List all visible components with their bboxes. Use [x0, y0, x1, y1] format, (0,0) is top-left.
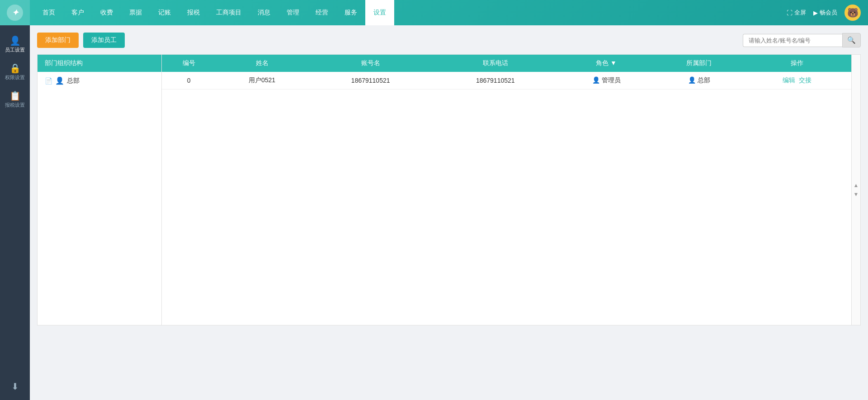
cell-phone: 18679110521: [433, 72, 558, 89]
logo: ✦: [0, 0, 30, 25]
add-employee-button[interactable]: 添加员工: [83, 33, 125, 48]
sidebar-item-tax[interactable]: 📋 报税设置: [0, 85, 30, 113]
main-layout: 👤 员工设置 🔒 权限设置 📋 报税设置 ⬇ 添加部门 添加员工 🔍: [0, 25, 868, 400]
col-role: 角色 ▼: [558, 55, 655, 72]
nav-menu: 首页客户收费票据记账报税工商项目消息管理经营服务设置: [30, 0, 787, 25]
sidebar-download[interactable]: ⬇: [0, 376, 30, 395]
nav-item-客户[interactable]: 客户: [63, 0, 92, 25]
nav-item-经营[interactable]: 经营: [307, 0, 336, 25]
fullscreen-icon: ⛶: [787, 9, 793, 16]
table-row: 0 用户0521 18679110521 18679110521 👤管理员 👤总…: [162, 72, 851, 89]
col-phone: 联系电话: [433, 55, 558, 72]
col-name: 姓名: [216, 55, 308, 72]
logo-icon: ✦: [7, 5, 23, 21]
cell-actions: 编辑交接: [743, 72, 851, 89]
person-icon: 👤: [9, 36, 21, 45]
employee-table-area: 编号 姓名 账号名 联系电话 角色 ▼ 所属部门 操作 0 用户0521 186…: [162, 55, 851, 325]
cell-role: 👤管理员: [558, 72, 655, 89]
col-account: 账号名: [308, 55, 433, 72]
org-tree-panel: 部门组织结构 📄 👤 总部: [38, 55, 162, 325]
search-area: 🔍: [743, 33, 861, 47]
member-button[interactable]: ▶ 畅会员: [813, 9, 837, 17]
employee-table: 编号 姓名 账号名 联系电话 角色 ▼ 所属部门 操作 0 用户0521 186…: [162, 55, 851, 89]
org-tree-item-headquarter[interactable]: 📄 👤 总部: [38, 72, 161, 89]
user-icon: 👤: [55, 76, 64, 85]
col-actions: 操作: [743, 55, 851, 72]
sidebar-item-employee[interactable]: 👤 员工设置: [0, 30, 30, 57]
nav-item-服务[interactable]: 服务: [336, 0, 365, 25]
table-container: 部门组织结构 📄 👤 总部 编号 姓名 账号名 联系电话: [37, 54, 861, 325]
add-department-button[interactable]: 添加部门: [37, 33, 79, 48]
play-icon: ▶: [813, 9, 818, 16]
nav-item-消息[interactable]: 消息: [250, 0, 278, 25]
scroll-up-arrow[interactable]: ▲: [852, 181, 860, 190]
tax-icon: 📋: [9, 91, 21, 100]
action-交接[interactable]: 交接: [799, 76, 811, 84]
member-label: 畅会员: [820, 9, 837, 17]
table-header-row: 编号 姓名 账号名 联系电话 角色 ▼ 所属部门 操作: [162, 55, 851, 72]
file-icon: 📄: [45, 77, 52, 85]
nav-item-收费[interactable]: 收费: [92, 0, 121, 25]
org-tree-label: 总部: [67, 77, 80, 85]
scroll-arrows: ▲ ▼: [851, 55, 860, 325]
sidebar-bottom: ⬇: [0, 376, 30, 400]
fullscreen-button[interactable]: ⛶ 全屏: [787, 9, 806, 17]
org-tree-header: 部门组织结构: [38, 55, 161, 72]
cell-dept: 👤总部: [655, 72, 743, 89]
col-dept: 所属部门: [655, 55, 743, 72]
download-icon: ⬇: [11, 382, 19, 391]
sidebar-label-tax: 报税设置: [5, 102, 25, 108]
action-编辑[interactable]: 编辑: [783, 76, 795, 84]
lock-icon: 🔒: [9, 64, 21, 73]
cell-id: 0: [162, 72, 216, 89]
search-button[interactable]: 🔍: [842, 33, 861, 47]
top-navigation: ✦ 首页客户收费票据记账报税工商项目消息管理经营服务设置 ⛶ 全屏 ▶ 畅会员 …: [0, 0, 868, 25]
cell-name: 用户0521: [216, 72, 308, 89]
cell-account: 18679110521: [308, 72, 433, 89]
sidebar-label-permissions: 权限设置: [5, 75, 25, 80]
search-input[interactable]: [743, 34, 842, 47]
toolbar: 添加部门 添加员工 🔍: [37, 33, 861, 48]
nav-item-记账[interactable]: 记账: [150, 0, 179, 25]
sidebar-label-employee: 员工设置: [5, 47, 25, 53]
fullscreen-label: 全屏: [794, 9, 806, 17]
scroll-down-arrow[interactable]: ▼: [852, 190, 860, 199]
avatar[interactable]: 🐻: [844, 5, 861, 21]
nav-item-报税[interactable]: 报税: [179, 0, 208, 25]
sidebar-item-permissions[interactable]: 🔒 权限设置: [0, 57, 30, 85]
content-area: 添加部门 添加员工 🔍 部门组织结构 📄 👤 总部: [30, 25, 868, 400]
nav-item-设置[interactable]: 设置: [365, 0, 394, 25]
sidebar: 👤 员工设置 🔒 权限设置 📋 报税设置 ⬇: [0, 25, 30, 400]
nav-item-首页[interactable]: 首页: [34, 0, 63, 25]
nav-right: ⛶ 全屏 ▶ 畅会员 🐻: [787, 5, 868, 21]
col-id: 编号: [162, 55, 216, 72]
nav-item-票据[interactable]: 票据: [121, 0, 150, 25]
nav-item-工商项目[interactable]: 工商项目: [208, 0, 250, 25]
nav-item-管理[interactable]: 管理: [278, 0, 307, 25]
